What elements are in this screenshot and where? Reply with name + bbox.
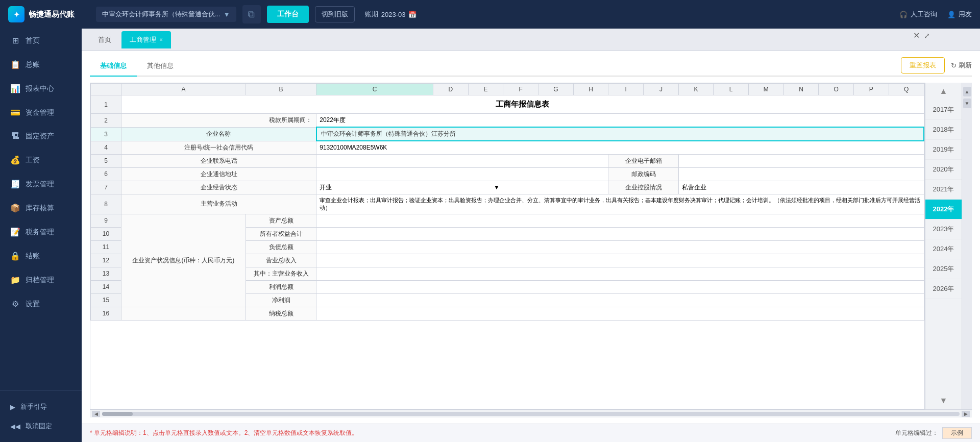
row-num-16: 16: [91, 307, 121, 320]
content-area: 首页 工商管理 × ✕ ⤢ 基础信息 其他信息: [82, 29, 980, 442]
row-num-14: 14: [91, 280, 121, 293]
workbench-button[interactable]: 工作台: [267, 6, 309, 23]
revenue-total-value[interactable]: [316, 254, 924, 267]
horizontal-scrollbar[interactable]: ◀ ▶: [90, 409, 972, 418]
year-2024[interactable]: 2024年: [925, 239, 962, 259]
year-2017[interactable]: 2017年: [925, 100, 962, 120]
company-selector[interactable]: 中审众环会计师事务所（特殊普通合伙... ▼: [96, 7, 236, 22]
refresh-icon: ↻: [951, 62, 957, 69]
sidebar-item-salary[interactable]: 💰 工资: [0, 148, 82, 172]
row-num-1: 1: [91, 95, 121, 114]
user-area[interactable]: 👤 用友: [947, 10, 972, 19]
year-panel: ▲ 2017年 2018年 2019年 2020年 2021年 2022年 20…: [925, 83, 962, 409]
sidebar-label-settings: 设置: [26, 300, 40, 309]
reset-report-button[interactable]: 重置报表: [901, 57, 945, 73]
scroll-left-button[interactable]: ◀: [92, 411, 100, 417]
year-2025[interactable]: 2025年: [925, 259, 962, 279]
table-row: 4 注册号/统一社会信用代码 91320100MA208E5W6K: [91, 141, 924, 154]
copy-icon-btn[interactable]: ⧉: [242, 5, 261, 23]
asset-value[interactable]: [316, 214, 924, 227]
old-version-button[interactable]: 切到旧版: [315, 6, 355, 22]
spreadsheet-container[interactable]: A B C D E F G H I J K L: [90, 83, 925, 409]
sidebar-item-home[interactable]: ⊞ 首页: [0, 29, 82, 53]
period-prefix: 账期: [365, 10, 378, 19]
sidebar-item-tax[interactable]: 📝 税务管理: [0, 220, 82, 244]
play-icon: ▶: [10, 403, 15, 411]
sidebar-item-ledger[interactable]: 📋 总账: [0, 53, 82, 77]
sidebar: ⊞ 首页 📋 总账 📊 报表中心 💳 资金管理 🏗 固定资产 💰 工资: [0, 29, 82, 442]
table-row: 1 工商年报信息表: [91, 95, 924, 114]
sidebar-item-report[interactable]: 📊 报表中心: [0, 77, 82, 101]
sidebar-item-fixed-asset[interactable]: 🏗 固定资产: [0, 125, 82, 148]
col-F: F: [503, 84, 538, 95]
collapse-down-button[interactable]: ▼: [963, 99, 971, 108]
scrollbar-track[interactable]: [102, 412, 960, 416]
company-name-label: 企业名称: [121, 127, 316, 141]
company-name-value[interactable]: 中审众环会计师事务所（特殊普通合伙）江苏分所: [316, 127, 924, 141]
year-2023[interactable]: 2023年: [925, 219, 962, 239]
tab-close-icon[interactable]: ×: [159, 36, 163, 43]
period-value-cell[interactable]: 2022年度: [316, 114, 924, 128]
year-2021[interactable]: 2021年: [925, 180, 962, 200]
sidebar-label-home: 首页: [26, 36, 40, 45]
holding-label: 企业控股情况: [608, 181, 678, 194]
year-2019[interactable]: 2019年: [925, 140, 962, 160]
sidebar-label-invoice: 发票管理: [26, 180, 54, 189]
calendar-icon[interactable]: 📅: [408, 11, 416, 18]
tax-icon: 📝: [10, 227, 20, 237]
col-D: D: [433, 84, 469, 95]
sidebar-item-close[interactable]: 🔒 结账: [0, 244, 82, 268]
sidebar-item-inventory[interactable]: 📦 库存核算: [0, 196, 82, 220]
table-row: 8 主营业务活动 审查企业会计报表；出具审计报告；验证企业资本；出具验资报告；办…: [91, 194, 924, 214]
sidebar-item-new-guide[interactable]: ▶ 新手引导: [0, 397, 82, 416]
period-value: 2023-03: [381, 11, 406, 18]
row-num-15: 15: [91, 293, 121, 307]
scroll-right-button[interactable]: ▶: [962, 411, 970, 417]
tab-business[interactable]: 工商管理 ×: [121, 31, 171, 48]
sidebar-item-unpin[interactable]: ◀◀ 取消固定: [0, 416, 82, 436]
year-down-button[interactable]: ▼: [938, 394, 950, 407]
biz-status-value[interactable]: 开业 ▼: [316, 181, 608, 194]
equity-value[interactable]: [316, 227, 924, 240]
sidebar-item-finance[interactable]: 💳 资金管理: [0, 101, 82, 125]
main-revenue-value[interactable]: [316, 267, 924, 280]
postcode-value[interactable]: [678, 167, 924, 181]
year-2022[interactable]: 2022年: [925, 200, 962, 219]
sidebar-item-invoice[interactable]: 🧾 发票管理: [0, 172, 82, 196]
debt-value[interactable]: [316, 240, 924, 254]
phone-value[interactable]: [316, 154, 608, 167]
year-panel-header: ▲: [925, 83, 962, 100]
sidebar-item-settings[interactable]: ⚙ 设置: [0, 292, 82, 316]
col-P: P: [854, 84, 889, 95]
sub-tab-other[interactable]: 其他信息: [137, 57, 184, 77]
sidebar-bottom: ▶ 新手引导 ◀◀ 取消固定: [0, 390, 82, 442]
period-label-cell: 税款所属期间：: [121, 114, 316, 128]
tax-total-value[interactable]: [316, 307, 924, 320]
refresh-button[interactable]: ↻ 刷新: [951, 61, 972, 70]
profit-value[interactable]: [316, 280, 924, 293]
company-name: 中审众环会计师事务所（特殊普通合伙...: [102, 10, 220, 19]
year-2018[interactable]: 2018年: [925, 120, 962, 140]
new-guide-label: 新手引导: [20, 402, 47, 411]
year-panel-footer: ▼: [925, 392, 962, 409]
main-biz-value[interactable]: 审查企业会计报表；出具审计报告；验证企业资本；出具验资报告；办理企业合并、分立、…: [316, 194, 924, 214]
year-2020[interactable]: 2020年: [925, 160, 962, 180]
email-value[interactable]: [678, 154, 924, 167]
salary-icon: 💰: [10, 155, 20, 165]
holding-value[interactable]: 私营企业: [678, 181, 924, 194]
col-K: K: [678, 84, 714, 95]
row-num-8: 8: [91, 194, 121, 214]
net-profit-value[interactable]: [316, 293, 924, 307]
sidebar-label-inventory: 库存核算: [26, 204, 54, 213]
collapse-up-button[interactable]: ▲: [963, 87, 971, 96]
sidebar-item-archive[interactable]: 📁 归档管理: [0, 268, 82, 292]
tab-home[interactable]: 首页: [90, 31, 119, 48]
reg-code-value[interactable]: 91320100MA208E5W6K: [316, 141, 924, 154]
address-value[interactable]: [316, 167, 608, 181]
year-up-button[interactable]: ▲: [938, 85, 950, 98]
year-2026[interactable]: 2026年: [925, 279, 962, 299]
sidebar-scroll: ⊞ 首页 📋 总账 📊 报表中心 💳 资金管理 🏗 固定资产 💰 工资: [0, 29, 82, 390]
sub-tab-basic[interactable]: 基础信息: [90, 57, 137, 77]
bottom-bar: * 单元格编辑说明：1、点击单元格直接录入数值或文本。2、清空单元格数值或文本恢…: [82, 424, 980, 442]
service-button[interactable]: 🎧 人工咨询: [899, 10, 937, 19]
